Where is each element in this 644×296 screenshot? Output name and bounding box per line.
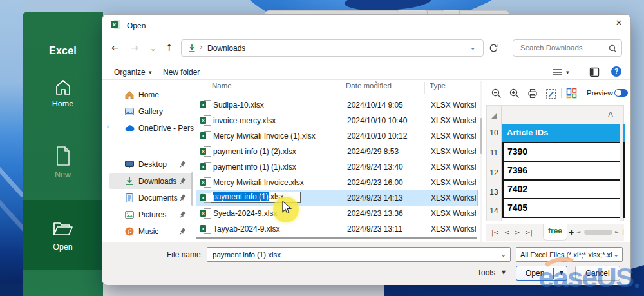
search-box[interactable] [513, 39, 622, 57]
up-button[interactable]: ↑ [166, 43, 173, 52]
column-header-date[interactable]: Date modified [346, 82, 392, 90]
nav-item-home[interactable]: Home [109, 87, 193, 103]
cell-value[interactable]: 7405 [502, 198, 625, 218]
new-document-icon [55, 146, 71, 166]
nav-separator [110, 143, 187, 143]
zoom-in-icon[interactable] [509, 88, 520, 99]
search-input[interactable] [519, 43, 612, 52]
file-name-field[interactable]: ⌄ [207, 247, 511, 262]
row-number: 10 [487, 128, 501, 137]
view-mode-caret-icon[interactable]: ▾ [566, 70, 569, 75]
zoom-out-icon[interactable] [491, 88, 502, 99]
file-row[interactable]: x invoice-mercy.xlsx 2024/10/10 10:40 XL… [196, 113, 477, 128]
tools-button[interactable]: Tools [477, 268, 495, 277]
nav-item-downloads-selected[interactable]: Downloads [109, 173, 193, 189]
watermark-dot [635, 284, 639, 288]
sheet-tab[interactable]: free [543, 224, 567, 241]
nav-pane-scrollbar[interactable] [191, 172, 193, 206]
nav-item-gallery[interactable]: Gallery [109, 104, 193, 119]
column-header-type[interactable]: Type [430, 82, 446, 90]
back-button[interactable]: ← [111, 43, 119, 52]
sheet-next-icon[interactable]: > [515, 229, 520, 236]
file-row-selected[interactable]: x payment info (1).xlsx 2024/9/23 14:13 … [196, 190, 477, 206]
app-grid-icon[interactable] [566, 88, 577, 99]
pictures-icon [124, 210, 135, 220]
tab-bar-divider: | [622, 228, 624, 235]
file-row[interactable]: x Syeda-2024-9.xlsx 2024/9/23 13:36 XLSX… [196, 206, 477, 221]
file-row[interactable]: x payment info (1) (2).xlsx 2024/9/29 8:… [196, 144, 477, 159]
cell-article-ids[interactable]: Article IDs [502, 124, 625, 142]
view-mode-icon[interactable] [552, 68, 562, 77]
file-list-scrollbar-thumb[interactable] [480, 118, 482, 154]
nav-item-pictures[interactable]: Pictures [109, 207, 193, 222]
file-name-input[interactable] [211, 250, 497, 259]
documents-icon [124, 193, 135, 203]
new-folder-button[interactable]: New folder [163, 68, 200, 77]
preview-scrollbar-track[interactable] [620, 124, 623, 221]
file-row[interactable]: x Tayyab-2024-9.xlsx 2024/9/23 13:11 XLS… [196, 221, 477, 237]
file-row[interactable]: x payment info (1) (1).xlsx 2024/9/24 13… [196, 159, 477, 175]
open-folder-icon [52, 219, 74, 237]
file-row[interactable]: x Sudipa-10.xlsx 2024/10/14 9:05 XLSX Wo… [196, 97, 477, 113]
xlsx-file-icon: x [200, 162, 211, 172]
sheet-header-row: A [487, 106, 623, 124]
nav-item-music[interactable]: Music [109, 224, 193, 239]
help-button[interactable]: ? [611, 66, 621, 77]
nav-item-documents[interactable]: Documents [109, 190, 193, 206]
preview-pane: Preview A 10 11 12 13 14 Art [485, 81, 630, 242]
downloads-icon [124, 176, 135, 186]
backstage-item-open[interactable]: Open [23, 242, 103, 252]
add-sheet-button[interactable]: + [569, 227, 574, 237]
file-list-scrollbar-track[interactable] [480, 81, 482, 242]
sheet-tab-bar: |< < > >| free + ◄ ► | [486, 224, 624, 241]
preview-pane-icon[interactable] [589, 67, 600, 77]
gallery-icon [124, 106, 135, 117]
address-dropdown-icon[interactable]: ⌄ [470, 44, 475, 51]
row-number: 14 [487, 206, 501, 215]
cell-value[interactable]: 7390 [502, 142, 625, 162]
sheet-prev-icon[interactable]: < [504, 229, 509, 236]
nav-item-desktop[interactable]: Desktop [109, 157, 193, 172]
preview-toggle[interactable] [614, 89, 628, 97]
sheet-scrollbar-thumb[interactable] [584, 230, 612, 235]
wallpaper-streak [0, 161, 25, 198]
organize-caret-icon: ▾ [149, 70, 152, 75]
file-row[interactable]: x Mercy Mwikali Invoice (1).xlsx 2024/10… [196, 128, 477, 144]
dialog-title: Open [127, 21, 146, 30]
scroll-right-icon[interactable]: ► [615, 230, 619, 235]
sheet-last-icon[interactable]: >| [525, 229, 533, 236]
file-name-dropdown-icon[interactable]: ⌄ [501, 252, 506, 258]
nav-item-onedrive[interactable]: OneDrive - Pers [109, 121, 193, 136]
close-button[interactable]: × [611, 18, 627, 31]
music-icon [124, 226, 135, 237]
watermark: easeUS [538, 262, 633, 293]
backstage-item-new[interactable]: New [23, 170, 103, 179]
scroll-left-icon[interactable]: ◄ [576, 230, 580, 235]
sheet-first-icon[interactable]: |< [491, 229, 499, 236]
select-all-corner[interactable] [491, 113, 497, 119]
breadcrumb[interactable]: Downloads [207, 44, 245, 53]
horizontal-scrollbar[interactable] [196, 237, 477, 239]
cell-value[interactable]: 7396 [502, 161, 625, 181]
edit-icon[interactable] [545, 88, 556, 99]
recent-locations-dropdown[interactable]: ⌄ [150, 45, 156, 52]
column-header-name[interactable]: Name [212, 82, 232, 90]
sheet-tab-label: free [548, 226, 562, 235]
excel-app-title: Excel [23, 45, 103, 57]
file-row[interactable]: x Mercy Mwikali Invoice.xlsx 2024/9/23 1… [196, 175, 477, 190]
cell-value[interactable]: 7402 [502, 179, 625, 199]
home-folder-icon [124, 90, 135, 100]
home-icon [53, 77, 73, 97]
column-a-header[interactable]: A [608, 110, 613, 119]
search-icon [609, 44, 617, 53]
excel-backstage-sidebar: Excel Home New Open [23, 12, 103, 296]
refresh-icon[interactable] [489, 43, 498, 53]
organize-button[interactable]: Organize [114, 68, 146, 77]
mouse-cursor [281, 201, 293, 214]
address-bar[interactable]: › Downloads ⌄ [181, 39, 484, 57]
xlsx-file-icon: x [200, 224, 211, 234]
forward-button[interactable]: → [131, 43, 138, 52]
selected-filename-text: payment info (1) [213, 192, 269, 201]
backstage-item-home[interactable]: Home [23, 99, 103, 108]
print-icon[interactable] [527, 88, 538, 99]
